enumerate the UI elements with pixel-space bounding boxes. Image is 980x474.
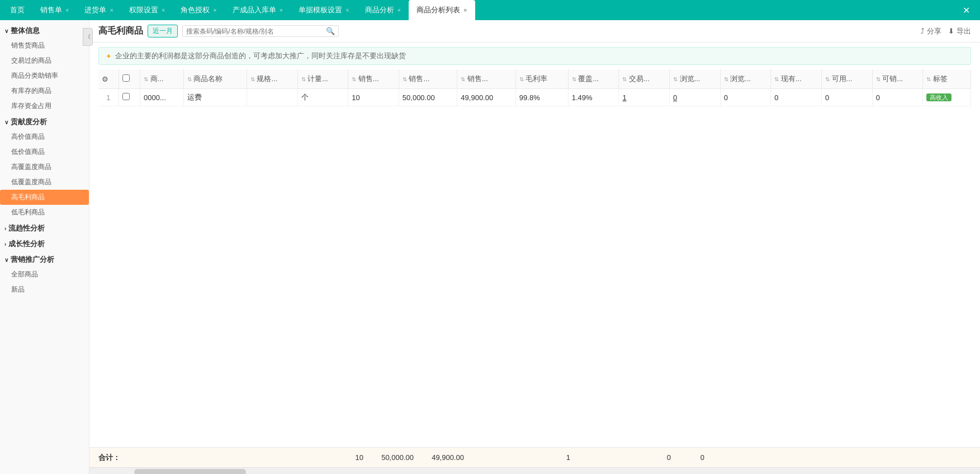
sidebar-item-高毛利商品[interactable]: 高毛利商品: [0, 190, 89, 205]
footer-available-stock: 0: [674, 453, 708, 462]
sidebar-item-销售货商品[interactable]: 销售货商品: [0, 38, 89, 53]
nav-item-商品分析[interactable]: 商品分析×: [357, 0, 409, 20]
sidebar-item-高价值商品[interactable]: 高价值商品: [0, 129, 89, 144]
filter-button[interactable]: 近一月: [148, 25, 178, 37]
content-header: 高毛利商品 近一月 🔍 ⤴ 分享 ⬇ 导出: [89, 20, 980, 43]
share-button[interactable]: ⤴ 分享: [921, 26, 941, 36]
expand-arrow-icon: ∨: [4, 257, 8, 263]
close-window-button[interactable]: ✕: [955, 5, 978, 16]
nav-close-icon[interactable]: ×: [65, 0, 69, 20]
sort-icon: ⇅: [301, 76, 306, 82]
nav-close-icon[interactable]: ×: [280, 0, 283, 20]
nav-close-icon[interactable]: ×: [463, 0, 467, 20]
export-icon: ⬇: [948, 27, 954, 35]
col-header-saleable_stock[interactable]: ⇅ 可销...: [872, 69, 923, 89]
sidebar-group-label: 成长性分析: [8, 239, 45, 249]
sidebar-item-交易过的商品[interactable]: 交易过的商品: [0, 53, 89, 68]
sort-icon: ⇅: [926, 76, 931, 82]
col-header-tag[interactable]: ⇅ 标签: [923, 69, 971, 89]
col-header-gross_margin[interactable]: ⇅ 毛利率: [515, 69, 568, 89]
info-icon: ✦: [106, 52, 112, 60]
col-header-code[interactable]: ⇅ 商...: [140, 69, 183, 89]
nav-close-icon[interactable]: ×: [397, 0, 401, 20]
nav-item-产成品入库单[interactable]: 产成品入库单×: [225, 0, 291, 20]
nav-item-商品分析列表[interactable]: 商品分析列表×: [409, 0, 475, 20]
info-text: 企业的主要的利润都是这部分商品创造的，可考虑加大推广，同时关注库存是不要出现缺货: [115, 51, 406, 61]
col-header-sales_profit[interactable]: ⇅ 销售...: [457, 69, 516, 89]
sidebar-group-label: 流趋性分析: [8, 223, 45, 233]
cell-link[interactable]: 0: [673, 93, 677, 102]
export-button[interactable]: ⬇ 导出: [948, 26, 971, 36]
col-header-browse1[interactable]: ⇅ 浏览...: [670, 69, 721, 89]
sidebar-item-有库存的商品[interactable]: 有库存的商品: [0, 83, 89, 98]
sidebar-group-整体信息[interactable]: ∨整体信息: [0, 22, 89, 38]
sort-icon: ⇅: [622, 76, 627, 82]
sort-icon: ⇅: [250, 76, 255, 82]
col-header-available_stock[interactable]: ⇅ 可用...: [822, 69, 873, 89]
footer-sales-amount: 50,000.00: [367, 453, 417, 462]
data-table: ⚙⇅ 商...⇅ 商品名称⇅ 规格...⇅ 计量...⇅ 销售...⇅ 销售..…: [98, 69, 971, 106]
sidebar-group-成长性分析[interactable]: ›成长性分析: [0, 236, 89, 251]
cell-no: 1: [98, 89, 119, 106]
col-header-transaction[interactable]: ⇅ 交易...: [619, 69, 670, 89]
footer-sales-qty: 10: [333, 453, 367, 462]
sidebar-item-新品[interactable]: 新品: [0, 282, 89, 297]
nav-item-单据模板设置[interactable]: 单据模板设置×: [291, 0, 357, 20]
col-header-browse2[interactable]: ⇅ 浏览...: [720, 69, 771, 89]
horizontal-scrollbar[interactable]: [89, 467, 980, 474]
header-actions: ⤴ 分享 ⬇ 导出: [921, 26, 971, 36]
nav-close-icon[interactable]: ×: [162, 0, 165, 20]
sidebar: ∨整体信息销售货商品交易过的商品商品分类助销率有库存的商品库存资金占用∨贡献度分…: [0, 20, 89, 474]
sidebar-item-库存资金占用[interactable]: 库存资金占用: [0, 98, 89, 114]
sidebar-group-贡献度分析[interactable]: ∨贡献度分析: [0, 114, 89, 129]
expand-arrow-icon: ∨: [4, 119, 8, 125]
sidebar-item-低价值商品[interactable]: 低价值商品: [0, 144, 89, 159]
content-area: 高毛利商品 近一月 🔍 ⤴ 分享 ⬇ 导出 ✦ 企业的主要的利润都是这部分商品创…: [89, 20, 980, 474]
cell-checkbox[interactable]: [119, 89, 140, 106]
cell-browse1[interactable]: 0: [670, 89, 721, 106]
cell-unit: 个: [297, 89, 348, 106]
nav-close-icon[interactable]: ×: [213, 0, 216, 20]
select-all-checkbox[interactable]: [122, 74, 130, 82]
row-checkbox[interactable]: [122, 93, 130, 100]
sidebar-item-高覆盖度商品[interactable]: 高覆盖度商品: [0, 159, 89, 175]
footer-current-stock: 0: [641, 453, 674, 462]
sidebar-group-营销推广分析[interactable]: ∨营销推广分析: [0, 251, 89, 267]
col-header-settings[interactable]: ⚙: [98, 69, 119, 89]
col-header-checkbox[interactable]: [119, 69, 140, 89]
cell-transaction[interactable]: 1: [619, 89, 670, 106]
col-header-unit[interactable]: ⇅ 计量...: [297, 69, 348, 89]
cell-link[interactable]: 1: [622, 93, 626, 102]
nav-item-首页[interactable]: 首页: [2, 0, 32, 20]
table-container: ⚙⇅ 商...⇅ 商品名称⇅ 规格...⇅ 计量...⇅ 销售...⇅ 销售..…: [98, 69, 971, 447]
nav-close-icon[interactable]: ×: [110, 0, 113, 20]
col-header-spec[interactable]: ⇅ 规格...: [247, 69, 297, 89]
sidebar-collapse-button[interactable]: 《: [83, 28, 93, 46]
cell-sales_qty: 10: [348, 89, 399, 106]
search-box: 🔍: [182, 25, 339, 37]
sidebar-group-label: 整体信息: [11, 26, 40, 36]
sidebar-item-低毛利商品[interactable]: 低毛利商品: [0, 205, 89, 220]
col-header-sales_amount[interactable]: ⇅ 销售...: [399, 69, 457, 89]
col-header-name[interactable]: ⇅ 商品名称: [183, 69, 247, 89]
col-header-coverage[interactable]: ⇅ 覆盖...: [568, 69, 619, 89]
sidebar-item-全部商品[interactable]: 全部商品: [0, 267, 89, 282]
sidebar-group-label: 营销推广分析: [11, 255, 54, 265]
sort-icon: ⇅: [724, 76, 728, 82]
search-input[interactable]: [186, 27, 326, 35]
col-header-sales_qty[interactable]: ⇅ 销售...: [348, 69, 399, 89]
nav-close-icon[interactable]: ×: [345, 0, 349, 20]
nav-item-权限设置[interactable]: 权限设置×: [121, 0, 173, 20]
nav-item-角色授权[interactable]: 角色授权×: [173, 0, 224, 20]
cell-tag: 高收入: [923, 89, 971, 106]
sort-icon: ⇅: [876, 76, 880, 82]
sort-icon: ⇅: [461, 76, 465, 82]
sort-icon: ⇅: [519, 76, 524, 82]
sidebar-item-商品分类助销率[interactable]: 商品分类助销率: [0, 68, 89, 83]
sidebar-item-低覆盖度商品[interactable]: 低覆盖度商品: [0, 175, 89, 190]
tag-badge: 高收入: [926, 93, 951, 101]
col-header-current_stock[interactable]: ⇅ 现有...: [771, 69, 822, 89]
nav-item-进货单[interactable]: 进货单×: [77, 0, 121, 20]
sidebar-group-流趋性分析[interactable]: ›流趋性分析: [0, 220, 89, 236]
nav-item-销售单[interactable]: 销售单×: [32, 0, 77, 20]
